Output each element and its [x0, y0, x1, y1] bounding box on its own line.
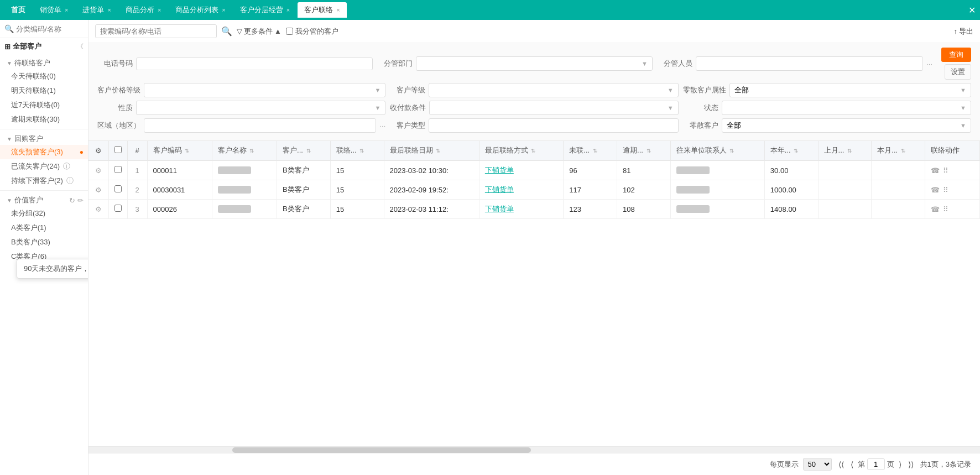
row-checkbox[interactable] [114, 205, 122, 212]
col-last-way[interactable]: 最后联络方式 ⇅ [479, 141, 563, 160]
sidebar-item-class-b[interactable]: B类客户(33) [0, 235, 88, 249]
sidebar-item-overdue-contact[interactable]: 逾期未联络(30) [0, 112, 88, 127]
per-page-select[interactable]: 50 100 [803, 458, 832, 471]
horizontal-scrollbar[interactable] [88, 446, 980, 453]
last-page-btn[interactable]: ⟩⟩ [906, 459, 916, 470]
export-button[interactable]: ↑ 导出 [954, 27, 974, 36]
last-way-link[interactable]: 下销货单 [485, 166, 514, 174]
filter-status-select[interactable]: ▼ [722, 101, 971, 115]
tab-home[interactable]: 首页 [4, 2, 32, 18]
tab-sales[interactable]: 销货单 × [33, 2, 75, 18]
sidebar-churn-title[interactable]: ▼ 回购客户 [0, 132, 88, 145]
sidebar-item-churn-warning[interactable]: 流失预警客户(3) ● [0, 145, 88, 159]
phone-action-icon[interactable]: ☎ [931, 205, 940, 213]
filter-area-more[interactable]: ··· [379, 122, 385, 130]
tab-analysis-list-close[interactable]: × [222, 7, 225, 13]
tab-customer-segment-close[interactable]: × [286, 7, 290, 13]
sidebar-item-today-contact[interactable]: 今天待联络(0) [0, 69, 88, 83]
col-code[interactable]: 客户编码 ⇅ [147, 141, 212, 160]
tab-customer-segment[interactable]: 客户分层经营 × [233, 2, 296, 18]
sidebar-search-input[interactable] [16, 25, 88, 33]
sidebar-root[interactable]: ⊞ 全部客户 《 [0, 38, 88, 55]
more-action-icon[interactable]: ⠿ [943, 186, 948, 194]
sidebar-item-tomorrow-contact[interactable]: 明天待联络(1) [0, 83, 88, 98]
filter-more-btn[interactable]: ▽ 更多条件 ▲ [237, 27, 282, 36]
filter-price-grade-select[interactable]: ▼ [144, 83, 385, 97]
scrollbar-thumb[interactable] [232, 447, 531, 453]
window-close-btn[interactable]: ✕ [968, 5, 976, 15]
tab-purchase-close[interactable]: × [107, 7, 111, 13]
cell-last-way[interactable]: 下销货单 [479, 200, 563, 219]
cell-check[interactable] [108, 160, 127, 180]
col-uncontact[interactable]: 未联... ⇅ [564, 141, 617, 160]
col-check[interactable] [108, 141, 127, 160]
filter-dept-select[interactable]: ▼ [416, 56, 653, 71]
cell-check[interactable] [108, 180, 127, 200]
prev-page-btn[interactable]: ⟨ [848, 459, 856, 470]
tab-purchase[interactable]: 进货单 × [76, 2, 117, 18]
my-customers-checkbox[interactable] [286, 28, 293, 35]
filter-phone-input[interactable] [136, 58, 373, 70]
cell-settings[interactable]: ⚙ [88, 160, 108, 180]
sidebar-value-title[interactable]: ▼ 价值客户 ↻ ✏ [0, 193, 88, 206]
filter-customer-type-select[interactable] [429, 118, 678, 133]
select-all-checkbox[interactable] [114, 146, 122, 153]
row-checkbox[interactable] [114, 166, 122, 173]
sidebar-item-already-churn[interactable]: 已流失客户(24) ⓘ [0, 159, 88, 174]
tab-analysis-close[interactable]: × [158, 7, 161, 13]
filter-zero-attr-select[interactable]: 全部 ▼ [729, 83, 971, 97]
phone-action-icon[interactable]: ☎ [931, 186, 940, 194]
filter-grade-select[interactable]: ▼ [429, 83, 678, 97]
value-refresh-icon[interactable]: ↻ [69, 196, 75, 205]
tab-analysis-list[interactable]: 商品分析列表 × [169, 2, 232, 18]
filter-nature-select[interactable]: ▼ [136, 101, 385, 115]
more-action-icon[interactable]: ⠿ [943, 166, 948, 175]
sidebar-pending-title[interactable]: ▼ 待联络客户 [0, 56, 88, 69]
sidebar-collapse-btn[interactable]: 《 [77, 42, 84, 51]
col-overdue[interactable]: 逾期... ⇅ [617, 141, 671, 160]
filter-payment-select[interactable]: ▼ [429, 101, 678, 115]
cell-settings[interactable]: ⚙ [88, 200, 108, 219]
tab-customer-contact-close[interactable]: × [336, 7, 340, 13]
col-settings[interactable]: ⚙ [88, 141, 108, 160]
next-page-btn[interactable]: ⟩ [896, 459, 904, 470]
cell-last-date: 2023-03-02 10:30: [384, 160, 479, 180]
page-input[interactable] [867, 458, 885, 470]
cell-check[interactable] [108, 200, 127, 219]
col-this-year[interactable]: 本年... ⇅ [764, 141, 818, 160]
filter-search-input[interactable] [95, 24, 217, 38]
last-way-link[interactable]: 下销货单 [485, 205, 514, 213]
cell-settings[interactable]: ⚙ [88, 180, 108, 200]
last-way-link[interactable]: 下销货单 [485, 185, 514, 194]
query-button[interactable]: 查询 [941, 48, 971, 62]
filter-icon: ▽ [237, 27, 242, 35]
tab-analysis[interactable]: 商品分析 × [119, 2, 168, 18]
filter-search-button[interactable]: 🔍 [221, 26, 232, 36]
col-last-date[interactable]: 最后联络日期 ⇅ [384, 141, 479, 160]
col-unit-contact[interactable]: 往来单位联系人 ⇅ [670, 141, 764, 160]
settings-button[interactable]: 设置 [945, 64, 971, 80]
phone-action-icon[interactable]: ☎ [931, 166, 940, 175]
cell-last-way[interactable]: 下销货单 [479, 160, 563, 180]
sidebar-item-declining[interactable]: 持续下滑客户(2) ⓘ [0, 174, 88, 188]
first-page-btn[interactable]: ⟨⟨ [836, 459, 846, 470]
tab-customer-contact[interactable]: 客户联络 × [298, 2, 346, 18]
row-checkbox[interactable] [114, 185, 122, 192]
my-customers-checkbox-label[interactable]: 我分管的客户 [286, 27, 338, 36]
col-name[interactable]: 客户名称 ⇅ [212, 141, 277, 160]
filter-area-select[interactable] [144, 118, 376, 133]
value-edit-icon[interactable]: ✏ [77, 196, 84, 205]
filter-person-select[interactable] [696, 56, 923, 71]
col-type[interactable]: 客户... ⇅ [277, 141, 331, 160]
sidebar-item-class-a[interactable]: A类客户(1) [0, 221, 88, 235]
col-this-month[interactable]: 本月... ⇅ [872, 141, 925, 160]
filter-person-more[interactable]: ··· [926, 60, 932, 68]
tab-sales-close[interactable]: × [65, 7, 68, 13]
cell-last-way[interactable]: 下销货单 [479, 180, 563, 200]
col-last-month[interactable]: 上月... ⇅ [818, 141, 872, 160]
sidebar-item-ungroup[interactable]: 未分组(32) [0, 206, 88, 221]
filter-zero-customer-select[interactable]: 全部 ▼ [722, 118, 971, 133]
more-action-icon[interactable]: ⠿ [943, 205, 948, 213]
sidebar-item-week-contact[interactable]: 近7天待联络(0) [0, 98, 88, 112]
col-contact[interactable]: 联络... ⇅ [330, 141, 384, 160]
